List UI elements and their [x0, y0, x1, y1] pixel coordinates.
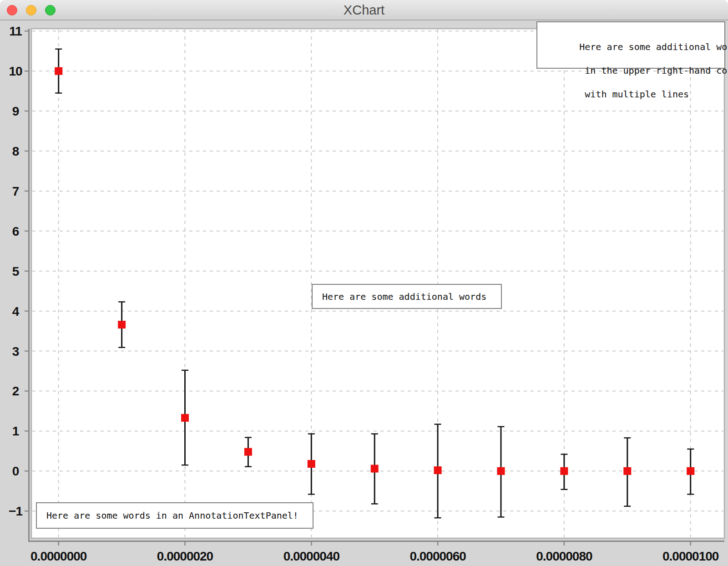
data-point-marker: [118, 321, 126, 328]
svg-text:0.0000100: 0.0000100: [662, 549, 719, 563]
svg-text:0.0000000: 0.0000000: [30, 549, 87, 563]
annotation-text: Here are some additional words: [322, 291, 486, 302]
minimize-button[interactable]: [26, 5, 36, 15]
data-point-marker: [244, 448, 252, 456]
data-point-marker: [560, 467, 568, 475]
window-title: XChart: [0, 0, 728, 20]
app-window: XChart −1012345678910110.00000000.000002…: [0, 0, 728, 566]
svg-text:2: 2: [12, 384, 19, 398]
data-point-marker: [497, 467, 505, 475]
svg-text:6: 6: [12, 224, 19, 238]
x-axis-tick-labels: 0.00000000.00000200.00000400.00000600.00…: [30, 549, 719, 563]
svg-text:11: 11: [9, 24, 22, 38]
svg-text:9: 9: [12, 104, 19, 118]
svg-text:0.0000080: 0.0000080: [536, 549, 592, 563]
svg-text:0.0000020: 0.0000020: [157, 549, 213, 563]
annotation-bottom-left: Here are some words in an AnnotationText…: [36, 502, 313, 529]
svg-text:7: 7: [12, 184, 19, 198]
svg-text:0: 0: [12, 464, 19, 478]
data-point-marker: [623, 467, 631, 475]
zoom-button[interactable]: [45, 5, 56, 15]
traffic-lights: [7, 5, 56, 15]
svg-text:1: 1: [12, 424, 19, 438]
svg-text:8: 8: [12, 144, 19, 158]
annotation-line: Here are some additional words: [579, 41, 728, 52]
svg-text:5: 5: [12, 264, 19, 278]
data-point-marker: [434, 466, 442, 474]
svg-text:10: 10: [9, 64, 22, 78]
svg-text:0.0000040: 0.0000040: [283, 549, 340, 563]
y-axis-tick-labels: −101234567891011: [9, 24, 22, 518]
annotation-middle: Here are some additional words: [312, 284, 502, 309]
plot-area: [31, 29, 724, 538]
svg-text:3: 3: [12, 344, 19, 359]
annotation-text: Here are some words in an AnnotationText…: [46, 510, 298, 521]
titlebar: XChart: [0, 0, 728, 20]
data-point-marker: [55, 67, 62, 75]
annotation-line: in the upper right-hand corner: [579, 65, 728, 76]
svg-text:−1: −1: [9, 504, 22, 518]
close-button[interactable]: [7, 5, 17, 15]
svg-text:4: 4: [12, 304, 20, 318]
annotation-top-right: Here are some additional words in the up…: [536, 21, 725, 69]
data-point-marker: [308, 460, 315, 468]
svg-text:0.0000060: 0.0000060: [410, 549, 466, 563]
data-point-marker: [687, 467, 694, 475]
annotation-line: with multiple lines: [579, 89, 689, 100]
data-point-marker: [181, 414, 189, 422]
data-point-marker: [371, 465, 379, 473]
chart-panel: −1012345678910110.00000000.00000200.0000…: [0, 20, 728, 566]
